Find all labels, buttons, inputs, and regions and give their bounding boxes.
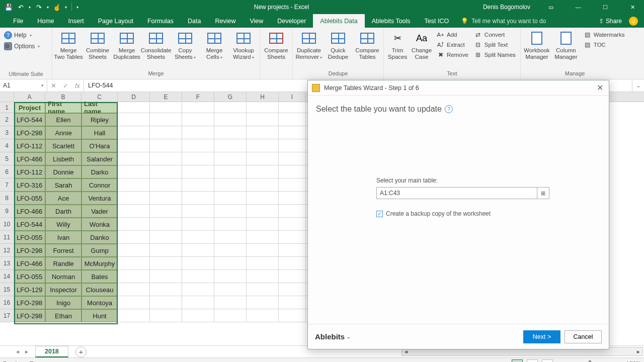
cell[interactable] <box>279 113 306 126</box>
next-button[interactable]: Next > <box>523 330 560 343</box>
cell[interactable]: Hunt <box>82 309 118 322</box>
cell[interactable]: LFO-055 <box>14 231 45 244</box>
cell[interactable]: LFO-466 <box>14 205 45 218</box>
sheet-tab[interactable]: 2018 <box>35 346 68 357</box>
tab-review[interactable]: Review <box>208 14 243 28</box>
cell[interactable] <box>118 192 150 205</box>
cell[interactable] <box>118 257 150 270</box>
change-case-button[interactable]: AaChangeCase <box>410 29 434 70</box>
cell[interactable] <box>214 270 247 283</box>
cell[interactable] <box>150 139 182 152</box>
cell[interactable] <box>247 192 279 205</box>
cell[interactable]: Ethan <box>45 309 82 322</box>
cell[interactable]: Ivan <box>45 231 82 244</box>
cell[interactable] <box>214 165 247 178</box>
cell[interactable] <box>118 205 150 218</box>
fx-icon[interactable]: fx <box>71 82 84 89</box>
column-header[interactable]: E <box>150 92 182 102</box>
cell[interactable] <box>247 152 279 165</box>
cell[interactable] <box>214 296 247 309</box>
merge-two-tables-button[interactable]: MergeTwo Tables <box>54 29 83 70</box>
name-box[interactable]: A1▾ <box>0 79 47 92</box>
row-header[interactable]: 17 <box>0 309 14 322</box>
tab-view[interactable]: View <box>243 14 270 28</box>
cell[interactable]: LFO-298 <box>14 309 45 322</box>
cell[interactable]: LFO-055 <box>14 270 45 283</box>
cell[interactable] <box>214 257 247 270</box>
minimize-icon[interactable]: — <box>567 0 590 14</box>
qat-customize[interactable]: ▾ <box>75 2 80 13</box>
cell[interactable]: Darko <box>82 165 118 178</box>
cell[interactable] <box>182 283 214 296</box>
cell[interactable] <box>247 205 279 218</box>
redo-dropdown[interactable]: ▾ <box>45 2 50 13</box>
cell[interactable] <box>247 309 279 322</box>
remove-button[interactable]: ✖Remove <box>436 50 469 59</box>
watermarks-button[interactable]: ▤Watermarks <box>583 30 626 39</box>
cell[interactable] <box>214 205 247 218</box>
cell[interactable] <box>182 296 214 309</box>
column-manager-button[interactable]: ColumnManager <box>551 29 581 70</box>
cell[interactable] <box>118 244 150 257</box>
help-icon[interactable]: ? <box>445 105 453 113</box>
cell[interactable]: McMurphy <box>82 257 118 270</box>
cell[interactable] <box>279 178 306 192</box>
cell[interactable] <box>118 218 150 231</box>
cell[interactable] <box>182 244 214 257</box>
column-header[interactable]: F <box>182 92 214 102</box>
cell[interactable]: LFO-298 <box>14 126 45 139</box>
combine-sheets-button[interactable]: CombineSheets <box>83 29 112 70</box>
column-header[interactable]: D <box>118 92 150 102</box>
cell[interactable] <box>150 257 182 270</box>
cell[interactable] <box>279 152 306 165</box>
cell[interactable] <box>118 113 150 126</box>
cell[interactable] <box>182 126 214 139</box>
cell[interactable] <box>150 296 182 309</box>
cell[interactable] <box>182 231 214 244</box>
split-text-button[interactable]: ⊟Split Text <box>473 40 517 49</box>
cell[interactable] <box>247 218 279 231</box>
user-name[interactable]: Denis Bogomolov <box>483 4 535 11</box>
cell[interactable]: Scarlett <box>45 139 82 152</box>
undo-dropdown[interactable]: ▾ <box>27 2 32 13</box>
cell[interactable] <box>118 165 150 178</box>
cell[interactable]: Sarah <box>45 178 82 192</box>
touch-dropdown[interactable]: ▾ <box>63 2 68 13</box>
cancel-formula-icon[interactable]: ✕ <box>47 82 59 89</box>
cancel-button[interactable]: Cancel <box>565 330 602 343</box>
cell[interactable]: Donnie <box>45 165 82 178</box>
zoom-level[interactable]: 100% <box>626 360 641 363</box>
cell[interactable]: Norman <box>45 270 82 283</box>
cell[interactable] <box>182 218 214 231</box>
cell[interactable] <box>279 126 306 139</box>
cell[interactable]: Forrest <box>45 244 82 257</box>
cell[interactable] <box>150 205 182 218</box>
cell[interactable]: LFO-544 <box>14 113 45 126</box>
cell[interactable] <box>150 270 182 283</box>
cell[interactable] <box>247 257 279 270</box>
table-header-cell[interactable]: First name <box>45 102 82 113</box>
enter-formula-icon[interactable]: ✓ <box>59 82 71 89</box>
cell[interactable] <box>118 126 150 139</box>
macro-record-icon[interactable]: ▢ <box>29 360 34 363</box>
cell[interactable] <box>150 244 182 257</box>
row-header[interactable]: 12 <box>0 244 14 257</box>
cell[interactable] <box>247 244 279 257</box>
cell[interactable] <box>182 178 214 192</box>
cell[interactable] <box>279 139 306 152</box>
split-names-button[interactable]: ⊞Split Names <box>473 50 517 59</box>
cell[interactable] <box>214 126 247 139</box>
cell[interactable]: Ellen <box>45 113 82 126</box>
maximize-icon[interactable]: ☐ <box>594 0 617 14</box>
cell[interactable] <box>279 244 306 257</box>
cell[interactable] <box>182 205 214 218</box>
cell[interactable] <box>214 218 247 231</box>
cell[interactable] <box>150 165 182 178</box>
column-header[interactable]: H <box>247 92 279 102</box>
page-layout-view-button[interactable] <box>527 359 538 363</box>
dialog-titlebar[interactable]: Merge Tables Wizard - Step 1 of 6 ✕ <box>308 80 609 96</box>
tab-test-ico[interactable]: Test ICO <box>418 14 456 28</box>
cell[interactable] <box>279 192 306 205</box>
cell[interactable]: Gump <box>82 244 118 257</box>
cell[interactable] <box>279 205 306 218</box>
